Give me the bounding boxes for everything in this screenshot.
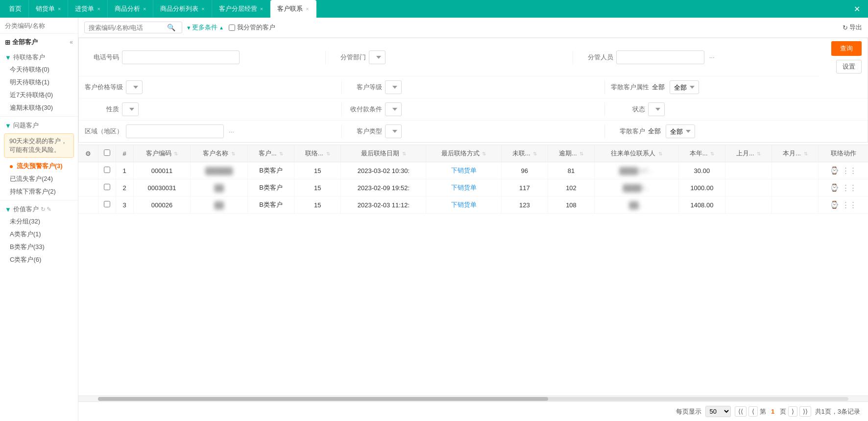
tab-home[interactable]: 首页 [4, 0, 29, 18]
search-submit-icon[interactable]: 🔍 [167, 24, 175, 31]
th-gear[interactable]: ⚙ [78, 145, 98, 162]
td-checkbox[interactable] [98, 179, 116, 197]
scrollbar-area[interactable] [78, 396, 868, 401]
tab-customer-layer[interactable]: 客户分层经营 × [212, 0, 270, 18]
price-level-select[interactable] [126, 80, 143, 94]
cust-type-select[interactable] [385, 124, 402, 138]
all-customers-header[interactable]: ⊞ 全部客户 « [0, 34, 78, 50]
td-last-method[interactable]: 下销货单 [426, 162, 501, 179]
group-pending-contact[interactable]: ▼ 待联络客户 [0, 50, 78, 63]
row-checkbox[interactable] [104, 201, 110, 207]
row-checkbox[interactable] [104, 184, 110, 190]
sidebar-item-tomorrow[interactable]: 明天待联络(1) [0, 76, 78, 89]
th-last-date[interactable]: 最后联络日期 ⇅ [341, 145, 426, 162]
th-this-month[interactable]: 本月... ⇅ [772, 145, 819, 162]
scrollbar-track[interactable] [98, 397, 848, 401]
window-close-button[interactable]: ✕ [850, 4, 864, 14]
group-value-customers[interactable]: ▼ 价值客户 ↻ ✎ [0, 202, 78, 215]
th-last-method[interactable]: 最后联络方式 ⇅ [426, 145, 501, 162]
region-dots[interactable]: ··· [227, 128, 236, 135]
my-customers-check[interactable] [229, 25, 235, 31]
tab-close-icon[interactable]: × [306, 6, 309, 12]
sidebar-item-class-c[interactable]: C类客户(6) [0, 253, 78, 266]
export-button[interactable]: ↻ 导出 [843, 23, 862, 32]
th-code[interactable]: 客户编码 ⇅ [133, 145, 191, 162]
first-page-btn[interactable]: ⟨⟨ [735, 406, 747, 417]
th-uncontact[interactable]: 未联... ⇅ [501, 145, 548, 162]
dept-select[interactable] [369, 50, 386, 64]
my-customers-checkbox[interactable]: 我分管的客户 [229, 23, 275, 32]
td-last-method[interactable]: 下销货单 [426, 179, 501, 197]
per-page-select[interactable]: 50 100 [705, 406, 731, 417]
sidebar-item-churn-warning[interactable]: 流失预警客户(3) [0, 160, 78, 173]
settings-button[interactable]: 设置 [836, 60, 862, 74]
tab-purchase[interactable]: 进货单 × [68, 0, 107, 18]
scrollbar-thumb[interactable] [98, 397, 548, 401]
sidebar-item-7days[interactable]: 近7天待联络(0) [0, 89, 78, 101]
td-last-method[interactable]: 下销货单 [426, 197, 501, 214]
search-input[interactable] [89, 24, 167, 31]
tab-close-icon[interactable]: × [143, 6, 146, 12]
sidebar-item-overdue[interactable]: 逾期未联络(30) [0, 101, 78, 114]
query-button[interactable]: 查询 [831, 41, 862, 56]
retail-select[interactable]: 全部 [666, 124, 695, 138]
phone-input[interactable] [122, 50, 240, 64]
more-action-icon[interactable]: ⋮⋮ [842, 200, 857, 209]
th-checkbox[interactable] [98, 145, 116, 162]
sidebar-item-today[interactable]: 今天待联络(0) [0, 63, 78, 76]
next-page-btn[interactable]: ⟩ [788, 406, 797, 417]
row-checkbox[interactable] [104, 167, 110, 173]
payment-select[interactable] [385, 102, 402, 116]
refresh-icon[interactable]: ↻ [41, 206, 46, 213]
contact-action-icon[interactable]: ⌚ [830, 166, 839, 175]
tab-customer-contact[interactable]: 客户联系 × [270, 0, 316, 18]
sidebar-item-class-b[interactable]: B类客户(33) [0, 241, 78, 253]
cust-level-select[interactable] [385, 80, 402, 94]
th-contact[interactable]: 联络... ⇅ [294, 145, 341, 162]
sidebar-item-declining[interactable]: 持续下滑客户(2) [0, 185, 78, 198]
region-input[interactable] [126, 124, 224, 138]
tab-sales[interactable]: 销货单 × [29, 0, 68, 18]
gear-icon[interactable]: ⚙ [85, 150, 91, 157]
th-name[interactable]: 客户名称 ⇅ [191, 145, 248, 162]
select-all-checkbox[interactable] [104, 149, 110, 156]
more-action-icon[interactable]: ⋮⋮ [842, 166, 857, 175]
sidebar-item-churned[interactable]: 已流失客户(24) [0, 173, 78, 185]
group-problem-customers[interactable]: ▼ 问题客户 [0, 119, 78, 131]
tab-analysis-list[interactable]: 商品分析列表 × [153, 0, 212, 18]
contact-action-icon[interactable]: ⌚ [830, 183, 839, 192]
last-page-btn[interactable]: ⟩⟩ [799, 406, 811, 417]
tab-close-icon[interactable]: × [260, 6, 263, 12]
last-method-link[interactable]: 下销货单 [451, 184, 477, 191]
sidebar-item-class-a[interactable]: A类客户(1) [0, 228, 78, 241]
tab-close-icon[interactable]: × [201, 6, 204, 12]
th-person[interactable]: 往来单位联系人 ⇅ [595, 145, 679, 162]
tab-close-icon[interactable]: × [97, 6, 100, 12]
tab-analysis[interactable]: 商品分析 × [108, 0, 153, 18]
status-select[interactable] [648, 102, 665, 116]
td-last-month [725, 162, 772, 179]
retail-attr-select[interactable]: 全部 [670, 80, 699, 94]
th-type[interactable]: 客户... ⇅ [247, 145, 294, 162]
more-action-icon[interactable]: ⋮⋮ [842, 183, 857, 192]
nature-select[interactable] [122, 102, 139, 116]
sort-arrows-contact: ⇅ [326, 151, 330, 156]
person-dots[interactable]: ··· [707, 53, 717, 61]
td-checkbox[interactable] [98, 162, 116, 179]
th-overdue[interactable]: 逾期... ⇅ [548, 145, 594, 162]
sort-arrows-this-year: ⇅ [710, 151, 714, 156]
collapse-icon[interactable]: « [70, 39, 73, 46]
sidebar-search-input[interactable] [5, 22, 78, 29]
last-method-link[interactable]: 下销货单 [451, 167, 477, 174]
contact-action-icon[interactable]: ⌚ [830, 200, 839, 209]
th-this-year[interactable]: 本年... ⇅ [678, 145, 725, 162]
last-method-link[interactable]: 下销货单 [451, 201, 477, 208]
th-last-month[interactable]: 上月... ⇅ [725, 145, 772, 162]
td-checkbox[interactable] [98, 197, 116, 214]
edit-icon[interactable]: ✎ [47, 206, 51, 213]
sidebar-item-ungrouped[interactable]: 未分组(32) [0, 215, 78, 228]
more-conditions-btn[interactable]: ▾ 更多条件 ▲ [187, 23, 224, 32]
tab-close-icon[interactable]: × [58, 6, 61, 12]
person-input[interactable] [616, 50, 704, 64]
prev-page-btn[interactable]: ⟨ [748, 406, 758, 417]
